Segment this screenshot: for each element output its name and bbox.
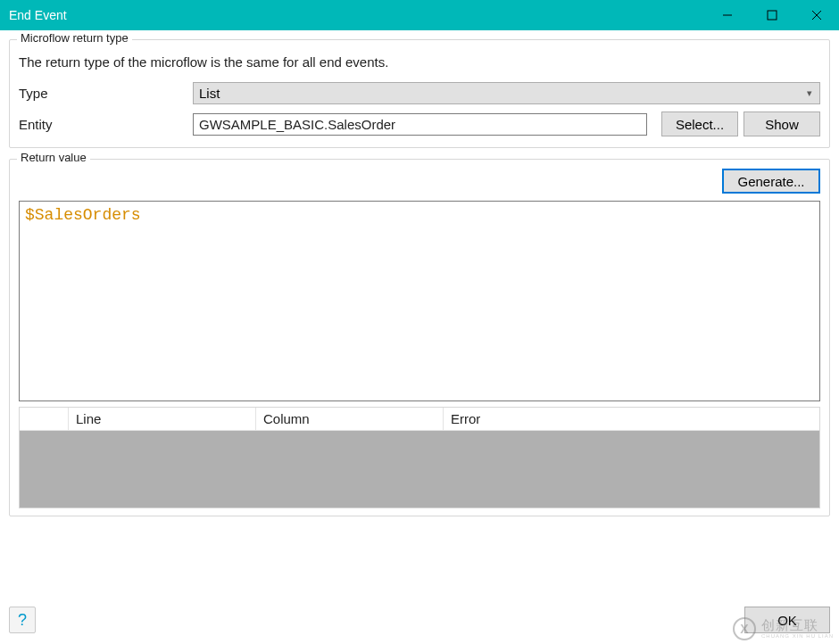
minimize-button[interactable] [705, 0, 750, 30]
svg-rect-1 [768, 11, 777, 20]
type-dropdown[interactable]: List ▾ [193, 82, 820, 104]
error-table-header: Line Column Error [20, 408, 819, 431]
help-icon: ? [18, 611, 27, 630]
return-type-description: The return type of the microflow is the … [19, 54, 820, 70]
titlebar: End Event [0, 0, 839, 30]
expression-editor[interactable]: $SalesOrders [19, 201, 820, 401]
window-title: End Event [9, 8, 705, 22]
select-entity-button[interactable]: Select... [661, 111, 738, 136]
error-table: Line Column Error [19, 407, 820, 508]
return-value-group: Return value Generate... $SalesOrders Li… [9, 159, 830, 516]
generate-button[interactable]: Generate... [722, 169, 820, 194]
ok-button[interactable]: OK [744, 607, 830, 633]
entity-value: GWSAMPLE_BASIC.SalesOrder [199, 117, 395, 132]
error-table-body [20, 431, 819, 508]
maximize-button[interactable] [750, 0, 794, 30]
error-col-blank[interactable] [20, 408, 69, 431]
close-button[interactable] [794, 0, 839, 30]
minimize-icon [722, 10, 733, 21]
entity-row: Entity GWSAMPLE_BASIC.SalesOrder Select.… [19, 111, 820, 136]
entity-input[interactable]: GWSAMPLE_BASIC.SalesOrder [193, 113, 647, 136]
entity-label: Entity [19, 117, 193, 132]
error-col-error[interactable]: Error [444, 408, 819, 431]
close-icon [810, 9, 823, 21]
type-row: Type List ▾ [19, 82, 820, 104]
type-value: List [199, 86, 220, 101]
type-label: Type [19, 86, 193, 101]
content-area: Microflow return type The return type of… [0, 30, 839, 533]
error-col-line[interactable]: Line [69, 408, 256, 431]
titlebar-controls [705, 0, 839, 30]
chevron-down-icon: ▾ [807, 87, 812, 99]
show-entity-button[interactable]: Show [743, 111, 820, 136]
return-type-group: Microflow return type The return type of… [9, 39, 830, 148]
return-value-legend: Return value [17, 151, 90, 164]
maximize-icon [767, 10, 777, 21]
help-button[interactable]: ? [9, 607, 36, 633]
bottom-bar: ? OK [0, 603, 839, 644]
expression-text: $SalesOrders [25, 206, 141, 224]
return-type-legend: Microflow return type [17, 31, 132, 45]
error-col-column[interactable]: Column [256, 408, 444, 431]
